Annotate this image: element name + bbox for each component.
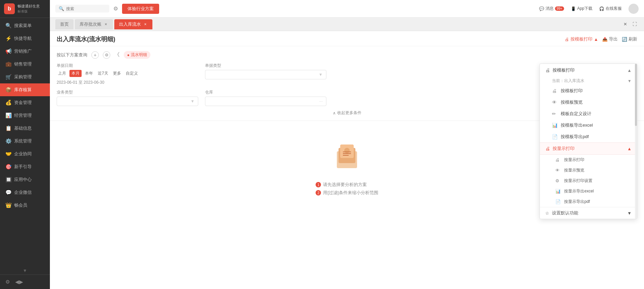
bill-type-field: 单据类型 ▼ [205, 63, 326, 79]
app-download-button[interactable]: 📱 App下载 [571, 6, 592, 11]
template-excel-icon: 📊 [552, 123, 558, 128]
date-option-this-year[interactable]: 本年 [84, 70, 94, 77]
tab-batch-account[interactable]: 库存批次账 × [75, 19, 113, 29]
empty-state-image [330, 141, 364, 175]
dropdown-collapse-icon[interactable]: ▲ [627, 68, 632, 73]
empty-tips: 1 请先选择要分析的方案 2 用[过滤]条件来缩小分析范围 [316, 182, 378, 198]
display-export-pdf-item[interactable]: 📄 按显示导出pdf [540, 196, 637, 207]
template-custom-item[interactable]: ✏ 模板自定义设计 [540, 108, 637, 120]
date-field: 单据日期 上月 本月 本年 近7天 更多 自定义 2023-06-01 至 20… [57, 63, 198, 85]
display-export-excel-item[interactable]: 📊 按显示导出excel [540, 186, 637, 196]
display-settings-icon: ⚙ [555, 178, 561, 183]
sidebar-item-finance[interactable]: 💰 资金管理 [0, 96, 50, 109]
date-option-last-month[interactable]: 上月 [57, 70, 67, 77]
headset-icon: 🎧 [599, 6, 604, 11]
sidebar-item-basic-info[interactable]: 📋 基础信息 [0, 122, 50, 135]
template-preview-item[interactable]: 👁 按模板预览 [540, 97, 637, 108]
tab-flow[interactable]: 出入库流水 × [114, 19, 152, 29]
print-dropdown-panel: 🖨 按模板打印 ▲ 当前：出入库流水 ▼ 🖨 按模板打印 👁 按模板预览 ✏ 模… [539, 63, 637, 219]
business-type-select[interactable]: ▼ [57, 97, 198, 106]
default-func-item[interactable]: ☆ 设置默认功能 ▼ [540, 207, 637, 219]
sidebar-item-inventory[interactable]: 📦 库存核算 [0, 83, 50, 96]
tab-home[interactable]: 首页 [55, 19, 74, 29]
enterprise-icon: 🤝 [5, 151, 11, 157]
sidebar-nav: 🔍 搜索菜单 ⚡ 快捷导航 📢 营销推广 💼 销售管理 🛒 采购管理 📦 库存核… [0, 18, 50, 267]
svg-point-3 [344, 148, 350, 153]
dropdown-scrollbar[interactable] [635, 64, 637, 219]
sidebar-item-quicknav[interactable]: ⚡ 快捷导航 [0, 32, 50, 45]
template-export-pdf-item[interactable]: 📄 按模板导出pdf [540, 131, 637, 142]
tab-bar-right: ✕ ⛶ [621, 20, 639, 28]
sidebar-item-wechat[interactable]: 💬 企业微信 [0, 186, 50, 199]
topbar-gear-icon[interactable]: ⚙ [113, 5, 118, 12]
tab-close-all-button[interactable]: ✕ [621, 20, 629, 28]
bill-type-select[interactable]: ▼ [205, 70, 326, 79]
page-actions: 🖨 按模板打印 ▲ 📤 导出 🔄 刷新 [565, 36, 637, 42]
print-header-icon: 🖨 [545, 68, 550, 73]
template-pdf-icon: 📄 [552, 134, 558, 139]
sidebar-toggle-icon[interactable]: ◀▶ [15, 279, 23, 285]
message-icon: 💬 [539, 6, 544, 11]
sidebar-item-marketing[interactable]: 📢 营销推广 [0, 45, 50, 58]
app-logo-text: 畅捷通好生意 标准版 [18, 4, 40, 14]
download-icon: 📱 [571, 6, 576, 11]
refresh-button[interactable]: 🔄 刷新 [622, 36, 637, 42]
message-button[interactable]: 💬 消息 99+ [539, 6, 564, 11]
sidebar-item-sales[interactable]: 💼 销售管理 [0, 58, 50, 71]
warehouse-select[interactable]: ··· [205, 97, 326, 106]
topbar: 🔍 ⚙ 体验行业方案 💬 消息 99+ 📱 App下载 🎧 在线客服 [50, 0, 644, 18]
search-tag: ● 流水明细 [124, 51, 150, 59]
search-input[interactable] [66, 6, 100, 11]
date-option-this-month[interactable]: 本月 [69, 70, 82, 77]
date-option-7days[interactable]: 近7天 [96, 70, 110, 77]
sidebar-item-system[interactable]: ⚙️ 系统管理 [0, 135, 50, 148]
search-setting-button[interactable]: ⚙ [103, 51, 110, 59]
tag-icon: ● [127, 53, 129, 57]
search-collapse-button[interactable]: 《 [114, 51, 120, 58]
user-avatar[interactable] [628, 4, 639, 14]
search-icon: 🔍 [59, 6, 64, 11]
sidebar-item-member[interactable]: 👑 畅会员 [0, 199, 50, 212]
date-option-custom[interactable]: 自定义 [124, 70, 139, 77]
sidebar-item-search[interactable]: 🔍 搜索菜单 [0, 19, 50, 32]
tab-close-flow[interactable]: × [143, 22, 148, 27]
guide-icon: 🎯 [5, 164, 11, 170]
sidebar: b 畅捷通好生意 标准版 🔍 搜索菜单 ⚡ 快捷导航 📢 营销推广 💼 销售管理… [0, 0, 50, 289]
sidebar-item-guide[interactable]: 🎯 新手引导 [0, 160, 50, 173]
print-template-button[interactable]: 🖨 按模板打印 ▲ [565, 36, 598, 42]
appstore-icon: 🔲 [5, 177, 11, 183]
inventory-icon: 📦 [5, 87, 11, 93]
wechat-icon: 💬 [5, 189, 11, 195]
display-print-item[interactable]: 🖨 按显示打印 [540, 155, 637, 165]
template-print-icon: 🖨 [552, 88, 558, 94]
business-dropdown-arrow-icon: ▼ [191, 99, 195, 104]
settings-icon[interactable]: ⚙ [5, 279, 10, 285]
display-print-settings-item[interactable]: ⚙ 按显示打印设置 [540, 176, 637, 186]
finance-icon: 💰 [5, 100, 11, 106]
topbar-search[interactable]: 🔍 [55, 5, 109, 12]
template-export-excel-item[interactable]: 📊 按模板导出excel [540, 120, 637, 131]
warehouse-field: 仓库 ··· [205, 89, 326, 106]
template-print-item[interactable]: 🖨 按模板打印 [540, 85, 637, 97]
date-option-more[interactable]: 更多 [112, 70, 122, 77]
sidebar-item-enterprise[interactable]: 🤝 企业协同 [0, 148, 50, 160]
online-service-button[interactable]: 🎧 在线客服 [599, 6, 622, 11]
trial-button[interactable]: 体验行业方案 [122, 4, 159, 14]
sidebar-item-operations[interactable]: 📊 经营管理 [0, 109, 50, 122]
search-header: 按以下方案查询 + ⚙ 《 ● 流水明细 [57, 51, 637, 59]
export-button[interactable]: 📤 导出 [602, 36, 618, 42]
sidebar-item-purchase[interactable]: 🛒 采购管理 [0, 71, 50, 83]
display-section-collapse-icon[interactable]: ▲ [627, 146, 632, 151]
dropdown-header: 🖨 按模板打印 ▲ [540, 64, 637, 77]
page-header: 出入库流水(流水明细) 🖨 按模板打印 ▲ 📤 导出 🔄 刷新 [50, 31, 644, 46]
tab-expand-button[interactable]: ⛶ [631, 20, 639, 28]
display-preview-item[interactable]: 👁 按显示预览 [540, 165, 637, 176]
app-logo-icon: b [4, 3, 15, 14]
search-add-button[interactable]: + [91, 51, 99, 59]
basic-info-icon: 📋 [5, 125, 11, 131]
tab-close-batch[interactable]: × [104, 22, 108, 27]
page-title: 出入库流水(流水明细) [57, 35, 115, 43]
sidebar-scroll-down[interactable]: ▼ [0, 267, 50, 274]
export-icon: 📤 [602, 37, 608, 42]
sidebar-item-appstore[interactable]: 🔲 应用中心 [0, 173, 50, 186]
